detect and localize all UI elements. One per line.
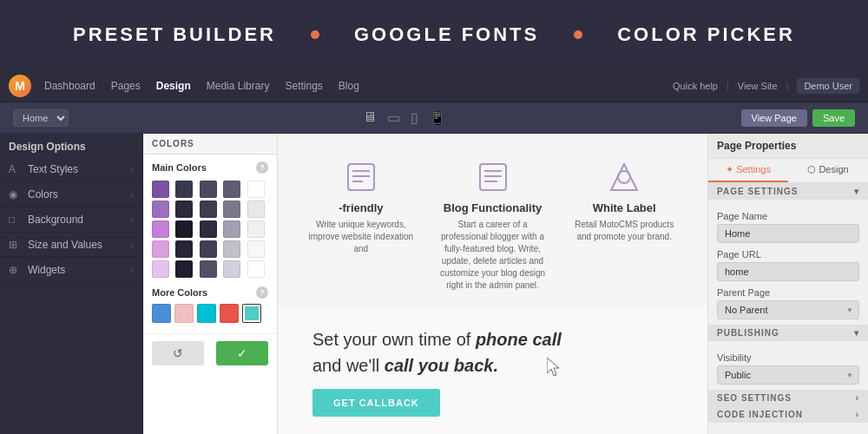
settings-icon: ✦ bbox=[726, 164, 736, 174]
more-swatch-3[interactable] bbox=[220, 304, 239, 323]
help-icon-more[interactable]: ? bbox=[256, 286, 268, 299]
parent-page-label: Parent Page bbox=[717, 287, 859, 298]
nav-design[interactable]: Design bbox=[156, 80, 191, 92]
sidebar-item-background[interactable]: □ Background › bbox=[0, 207, 142, 233]
main-swatch-10[interactable] bbox=[152, 220, 169, 238]
parent-page-select-wrap: No Parent bbox=[717, 300, 859, 319]
main-swatch-8[interactable] bbox=[223, 201, 240, 218]
panel-footer: ↺ ✓ bbox=[143, 333, 277, 372]
design-icon: ⬡ bbox=[807, 164, 819, 174]
tablet-portrait-icon[interactable]: ▯ bbox=[411, 109, 418, 126]
parent-page-select[interactable]: No Parent bbox=[717, 300, 859, 319]
header-title-2: GOOGLE FONTS bbox=[354, 23, 539, 46]
chevron-right-icon-4: › bbox=[131, 240, 134, 250]
page-name-label: Page Name bbox=[717, 211, 859, 221]
sidebar-label-text-styles: Text Styles bbox=[28, 163, 78, 175]
main-swatch-0[interactable] bbox=[152, 181, 169, 198]
reset-button[interactable]: ↺ bbox=[152, 341, 204, 365]
visibility-select[interactable]: Public bbox=[717, 365, 859, 385]
sidebar-item-widgets[interactable]: ⊕ Widgets › bbox=[0, 258, 142, 283]
mobile-icon[interactable]: 📱 bbox=[429, 109, 446, 126]
tab-settings[interactable]: ✦ Settings bbox=[708, 159, 788, 182]
nav-dashboard[interactable]: Dashboard bbox=[44, 80, 95, 92]
main-swatch-12[interactable] bbox=[200, 220, 217, 238]
main-swatch-23[interactable] bbox=[223, 260, 240, 278]
sidebar-item-text-styles[interactable]: A Text Styles › bbox=[0, 157, 142, 182]
main-swatch-14[interactable] bbox=[247, 220, 265, 238]
main-swatch-7[interactable] bbox=[200, 201, 217, 218]
nav-media[interactable]: Media Library bbox=[207, 80, 270, 92]
main-swatch-15[interactable] bbox=[152, 240, 169, 258]
page-name-input[interactable] bbox=[717, 224, 859, 243]
sidebar-item-colors[interactable]: ◉ Colors › bbox=[0, 182, 142, 207]
main-colors-grid bbox=[143, 177, 277, 281]
more-swatch-1[interactable] bbox=[174, 304, 194, 323]
logo[interactable] bbox=[9, 75, 31, 97]
page-url-input[interactable] bbox=[717, 262, 859, 281]
dot-1 bbox=[311, 30, 319, 39]
main-swatch-13[interactable] bbox=[223, 220, 240, 238]
home-select[interactable]: Home bbox=[13, 109, 69, 127]
sidebar-label-background: Background bbox=[28, 214, 83, 226]
view-page-button[interactable]: View Page bbox=[741, 109, 807, 127]
main-swatch-2[interactable] bbox=[200, 181, 217, 198]
nav-pages[interactable]: Pages bbox=[111, 80, 141, 92]
main-swatch-16[interactable] bbox=[175, 240, 193, 258]
blog-icon bbox=[476, 160, 510, 194]
seo-icon bbox=[344, 160, 378, 194]
chevron-right-icon-3: › bbox=[131, 215, 134, 225]
nav-items: Dashboard Pages Design Media Library Set… bbox=[44, 80, 673, 92]
dot-2 bbox=[574, 30, 582, 39]
main-swatch-1[interactable] bbox=[175, 181, 193, 198]
desktop-icon[interactable]: 🖥 bbox=[363, 109, 377, 126]
chevron-right-icon-code: › bbox=[856, 410, 859, 419]
main-swatch-3[interactable] bbox=[223, 181, 240, 198]
nav-blog[interactable]: Blog bbox=[339, 80, 359, 92]
sidebar-label-colors: Colors bbox=[28, 188, 58, 201]
tablet-landscape-icon[interactable]: ▭ bbox=[387, 109, 400, 126]
main-swatch-9[interactable] bbox=[247, 201, 265, 218]
more-swatch-4[interactable] bbox=[242, 304, 261, 323]
more-swatch-0[interactable] bbox=[152, 304, 171, 323]
confirm-button[interactable]: ✓ bbox=[216, 341, 268, 365]
main-swatch-19[interactable] bbox=[247, 240, 265, 258]
quick-help[interactable]: Quick help bbox=[673, 81, 718, 91]
page-url-label: Page URL bbox=[717, 249, 859, 260]
main-swatch-11[interactable] bbox=[175, 220, 193, 238]
nav-settings[interactable]: Settings bbox=[285, 80, 322, 92]
tab-design[interactable]: ⬡ Design bbox=[788, 159, 868, 182]
seo-section[interactable]: SEO SETTINGS › bbox=[708, 390, 868, 406]
main-swatch-5[interactable] bbox=[152, 201, 169, 218]
main-swatch-22[interactable] bbox=[200, 260, 217, 278]
features-row: -friendly Write unique keywords, improve… bbox=[278, 134, 707, 309]
cta-call-back: call you back. bbox=[385, 356, 498, 375]
sidebar-item-size[interactable]: ⊞ Size and Values › bbox=[0, 233, 142, 258]
more-colors-grid bbox=[152, 304, 268, 323]
main-swatch-6[interactable] bbox=[175, 201, 193, 218]
sidebar-label-size: Size and Values bbox=[28, 239, 102, 251]
publishing-section[interactable]: PUBLISHING ▾ bbox=[708, 325, 868, 341]
left-sidebar: Design Options A Text Styles › ◉ Colors … bbox=[0, 134, 143, 434]
feature-wl-title: White Label bbox=[571, 201, 677, 214]
feature-seo-partial: -friendly bbox=[308, 201, 414, 214]
main-swatch-21[interactable] bbox=[175, 260, 193, 278]
help-icon-main[interactable]: ? bbox=[256, 161, 268, 174]
main-colors-section: Main Colors ? bbox=[143, 155, 277, 177]
main-swatch-17[interactable] bbox=[200, 240, 217, 258]
view-site-button[interactable]: View Site bbox=[738, 81, 778, 91]
main-swatch-4[interactable] bbox=[247, 181, 265, 198]
save-button[interactable]: Save bbox=[812, 109, 855, 127]
chevron-right-icon-seo: › bbox=[856, 393, 859, 403]
feature-wl-desc: Retail MotoCMS products and promote your… bbox=[571, 219, 677, 243]
header-banner: PRESET BUILDER GOOGLE FONTS COLOR PICKER bbox=[0, 0, 868, 69]
more-swatch-2[interactable] bbox=[197, 304, 216, 323]
main-swatch-24[interactable] bbox=[247, 260, 265, 278]
get-callback-button[interactable]: GET CALLBACK bbox=[312, 389, 440, 417]
device-icons: 🖥 ▭ ▯ 📱 bbox=[363, 109, 446, 126]
main-swatch-20[interactable] bbox=[152, 260, 169, 278]
page-settings-section[interactable]: PAGE SETTINGS ▾ bbox=[708, 183, 868, 200]
cursor-indicator bbox=[547, 358, 564, 382]
main-swatch-18[interactable] bbox=[223, 240, 240, 258]
device-toolbar: Home 🖥 ▭ ▯ 📱 View Page Save bbox=[0, 102, 868, 134]
code-section[interactable]: CODE INJECTION › bbox=[708, 406, 868, 423]
